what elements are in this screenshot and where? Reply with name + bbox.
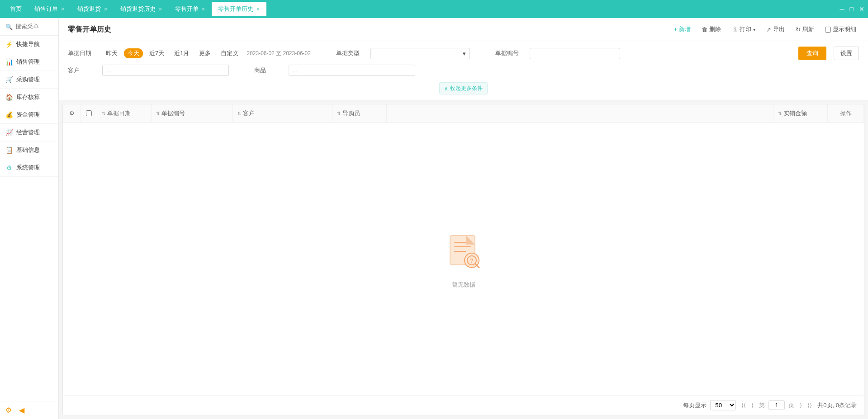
sort-icon-date: ⇅ bbox=[102, 111, 105, 116]
goods-select[interactable]: ... bbox=[289, 65, 415, 76]
table-settings-icon[interactable]: ⚙ bbox=[69, 110, 75, 117]
window-min-btn[interactable]: ─ bbox=[840, 5, 844, 13]
new-button[interactable]: + 新增 bbox=[671, 24, 693, 35]
tab-close-sales-order[interactable]: ✕ bbox=[61, 6, 65, 12]
th-amount[interactable]: ⇅ 实销金额 bbox=[773, 104, 828, 122]
operations-icon: 📈 bbox=[5, 129, 13, 136]
sidebar-collapse-btn[interactable]: ◀ bbox=[19, 406, 24, 414]
date-opt-7days[interactable]: 近7天 bbox=[146, 48, 168, 58]
date-options: 昨天 今天 近7天 近1月 更多 自定义 2023-06-02 至 2023-0… bbox=[102, 48, 311, 58]
refresh-button[interactable]: ↻ 刷新 bbox=[793, 24, 817, 35]
doc-type-select[interactable]: ▾ bbox=[370, 48, 470, 59]
page-number-input[interactable] bbox=[768, 400, 785, 410]
per-page-label: 每页显示 bbox=[683, 401, 707, 410]
sidebar-item-sys-mgmt[interactable]: ⚙ 系统管理 bbox=[0, 159, 58, 177]
page-label: 第 bbox=[757, 400, 767, 410]
date-opt-yesterday[interactable]: 昨天 bbox=[102, 48, 121, 58]
sidebar-settings-btn[interactable]: ⚙ bbox=[5, 406, 12, 414]
th-num[interactable]: ⇅ 单据编号 bbox=[152, 104, 233, 122]
date-opt-custom[interactable]: 自定义 bbox=[217, 48, 242, 58]
tab-close-retail-history[interactable]: ✕ bbox=[256, 6, 260, 12]
tab-sales-return[interactable]: 销货退货 ✕ bbox=[71, 2, 114, 16]
per-page-select[interactable]: 50 10 20 100 bbox=[710, 400, 736, 410]
tab-close-sales-return-history[interactable]: ✕ bbox=[158, 6, 162, 12]
main-layout: 🔍 搜索采单 ⚡ 快捷导航 📊 销售管理 🛒 采购管理 🏠 库存核算 💰 资金管… bbox=[0, 18, 868, 419]
sidebar-item-finance[interactable]: 💰 资金管理 bbox=[0, 106, 58, 124]
filter-area: 单据日期 昨天 今天 近7天 近1月 更多 自定义 2023-06-02 至 2… bbox=[59, 41, 868, 100]
goods-filter-label: 商品 bbox=[254, 66, 281, 75]
sidebar: 🔍 搜索采单 ⚡ 快捷导航 📊 销售管理 🛒 采购管理 🏠 库存核算 💰 资金管… bbox=[0, 18, 59, 419]
search-icon: 🔍 bbox=[5, 24, 13, 30]
page-header: 零售开单历史 + 新增 🗑 删除 🖨 打印 ▾ ↗ 导出 bbox=[59, 18, 868, 41]
page-prev-btn[interactable]: ⟨ bbox=[749, 401, 755, 410]
doc-type-label: 单据类型 bbox=[336, 49, 363, 57]
purchase-icon: 🛒 bbox=[5, 76, 13, 83]
doc-num-input[interactable] bbox=[530, 48, 620, 59]
display-detail-check[interactable] bbox=[825, 27, 831, 33]
delete-button[interactable]: 🗑 删除 bbox=[699, 24, 724, 35]
sort-icon-amount: ⇅ bbox=[778, 111, 782, 116]
print-button[interactable]: 🖨 打印 ▾ bbox=[729, 24, 758, 35]
th-guide[interactable]: ⇅ 导购员 bbox=[332, 104, 387, 122]
empty-illustration: ? bbox=[441, 229, 486, 275]
tab-retail-history[interactable]: 零售开单历史 ✕ bbox=[212, 2, 266, 16]
tab-home[interactable]: 首页 bbox=[4, 2, 28, 16]
th-client[interactable]: ⇅ 客户 bbox=[233, 104, 332, 122]
th-settings[interactable]: ⚙ bbox=[63, 104, 81, 122]
display-detail-checkbox[interactable]: 显示明细 bbox=[822, 24, 859, 35]
quick-nav-icon: ⚡ bbox=[5, 41, 13, 48]
page-next-btn[interactable]: ⟩ bbox=[798, 401, 804, 410]
doc-num-label: 单据编号 bbox=[495, 49, 522, 57]
sidebar-item-operations[interactable]: 📈 经营管理 bbox=[0, 124, 58, 141]
base-info-icon: 📋 bbox=[5, 146, 13, 154]
page-total: 共0页, 0条记录 bbox=[817, 401, 857, 410]
tab-close-retail-open[interactable]: ✕ bbox=[201, 6, 205, 12]
page-first-btn[interactable]: ⟨⟨ bbox=[740, 401, 748, 410]
sort-icon-client: ⇅ bbox=[237, 111, 241, 116]
th-action: 操作 bbox=[828, 104, 864, 122]
print-dropdown-icon: ▾ bbox=[753, 27, 755, 32]
sidebar-bottom: ⚙ ◀ bbox=[0, 401, 58, 419]
tab-close-sales-return[interactable]: ✕ bbox=[104, 6, 108, 12]
sidebar-item-sales-mgmt[interactable]: 📊 销售管理 bbox=[0, 53, 58, 71]
data-table: ⚙ ⇅ 单据日期 ⇅ 单据编号 ⇅ 客户 ⇅ bbox=[62, 104, 864, 415]
tab-sales-order[interactable]: 销售订单 ✕ bbox=[28, 2, 71, 16]
query-button[interactable]: 查询 bbox=[798, 47, 826, 60]
inventory-icon: 🏠 bbox=[5, 94, 13, 101]
sales-icon: 📊 bbox=[5, 58, 13, 66]
refresh-icon: ↻ bbox=[796, 26, 801, 33]
table-header: ⚙ ⇅ 单据日期 ⇅ 单据编号 ⇅ 客户 ⇅ bbox=[63, 104, 864, 122]
svg-text:?: ? bbox=[470, 258, 473, 264]
page-last-btn[interactable]: ⟩⟩ bbox=[806, 401, 814, 410]
export-button[interactable]: ↗ 导出 bbox=[764, 24, 787, 35]
settings-button[interactable]: 设置 bbox=[834, 47, 859, 60]
sys-icon: ⚙ bbox=[5, 164, 13, 171]
client-select[interactable]: ... bbox=[102, 65, 229, 76]
window-controls: ─ □ ✕ bbox=[840, 5, 864, 13]
date-opt-1month[interactable]: 近1月 bbox=[171, 48, 193, 58]
date-range-display: 2023-06-02 至 2023-06-02 bbox=[247, 50, 310, 57]
select-all-checkbox[interactable] bbox=[86, 110, 92, 116]
date-opt-today[interactable]: 今天 bbox=[124, 48, 143, 58]
sidebar-item-inventory[interactable]: 🏠 库存核算 bbox=[0, 89, 58, 106]
delete-icon: 🗑 bbox=[702, 26, 707, 33]
th-checkbox[interactable] bbox=[81, 104, 97, 122]
sidebar-search[interactable]: 🔍 搜索采单 bbox=[0, 18, 58, 36]
tab-sales-return-history[interactable]: 销货退货历史 ✕ bbox=[114, 2, 169, 16]
th-date[interactable]: ⇅ 单据日期 bbox=[97, 104, 152, 122]
tab-retail-open[interactable]: 零售开单 ✕ bbox=[169, 2, 212, 16]
empty-state: ? 暂无数据 bbox=[63, 122, 864, 395]
finance-icon: 💰 bbox=[5, 111, 13, 118]
sidebar-item-purchase-mgmt[interactable]: 🛒 采购管理 bbox=[0, 71, 58, 89]
sidebar-item-base-info[interactable]: 📋 基础信息 bbox=[0, 141, 58, 159]
date-opt-more[interactable]: 更多 bbox=[195, 48, 214, 58]
page-suffix-label: 页 bbox=[787, 400, 796, 410]
tab-bar: 首页 销售订单 ✕ 销货退货 ✕ 销货退货历史 ✕ 零售开单 ✕ 零售开单历史 … bbox=[0, 0, 868, 18]
th-spacer bbox=[387, 104, 773, 122]
collapse-filter-btn[interactable]: ∧ 收起更多条件 bbox=[439, 82, 488, 94]
sidebar-item-quick-nav[interactable]: ⚡ 快捷导航 bbox=[0, 36, 58, 53]
empty-text: 暂无数据 bbox=[452, 281, 475, 289]
window-close-btn[interactable]: ✕ bbox=[859, 5, 864, 13]
window-max-btn[interactable]: □ bbox=[850, 5, 854, 13]
collapse-icon: ∧ bbox=[444, 85, 448, 92]
